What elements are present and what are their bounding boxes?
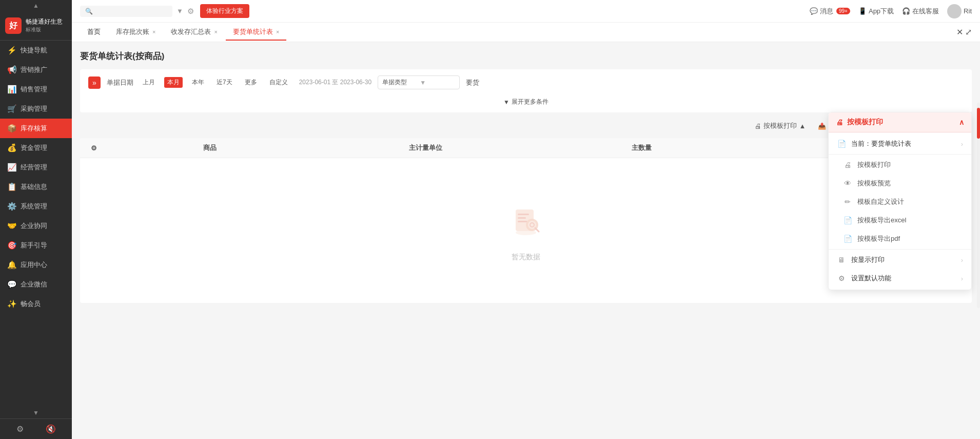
sidebar-scroll-up[interactable]: ▲ <box>0 0 72 11</box>
mute-icon[interactable]: 🔇 <box>46 424 56 434</box>
dropdown-template-design[interactable]: ✏ 模板自定义设计 <box>829 193 971 211</box>
print-btn-label: 按模板打印 <box>763 121 797 130</box>
experience-btn[interactable]: 体验行业方案 <box>200 4 249 18</box>
main-area: 🔍 ▼ ⚙ 体验行业方案 💬 消息 99+ 📱 App下载 🎧 在线客服 Rit <box>72 0 980 439</box>
sidebar-item-collab[interactable]: 🤝 企业协同 <box>0 216 72 236</box>
date-btn-more[interactable]: 更多 <box>242 77 260 88</box>
sidebar-item-finance[interactable]: 💰 资金管理 <box>0 138 72 158</box>
app-download-item[interactable]: 📱 App下载 <box>858 7 894 16</box>
purchase-icon: 🛒 <box>7 104 16 113</box>
date-btn-this-month[interactable]: 本月 <box>164 77 183 88</box>
print-btn[interactable]: 🖨 按模板打印 ▲ <box>751 119 810 132</box>
dropdown-header[interactable]: 🖨 按模板打印 ∧ <box>829 112 971 132</box>
dropdown-header-icons: ∧ <box>959 118 964 126</box>
dropdown-title: 按模板打印 <box>847 118 883 127</box>
app-logo-icon: 好 <box>5 17 22 34</box>
tab-receivable-summary-label: 收发存汇总表 <box>171 27 211 36</box>
expand-more-btn[interactable]: ▼ 展开更多条件 <box>503 98 548 106</box>
user-avatar[interactable]: Rit <box>947 4 972 18</box>
sidebar-item-appstore[interactable]: 🔔 应用中心 <box>0 255 72 275</box>
date-btn-last-month[interactable]: 上月 <box>140 77 158 88</box>
sidebar-scroll-down[interactable]: ▼ <box>0 407 72 418</box>
divider-1 <box>829 154 971 155</box>
tab-home[interactable]: 首页 <box>80 24 108 41</box>
type-select[interactable]: 单据类型 ▼ <box>378 75 460 89</box>
online-service-item[interactable]: 🎧 在线客服 <box>902 7 939 16</box>
expand-more-icon: ▼ <box>503 99 509 106</box>
search-icon: 🔍 <box>85 8 93 15</box>
template-preview-label: 按模板预览 <box>857 179 891 188</box>
date-btn-7days[interactable]: 近7天 <box>213 77 236 88</box>
settings-icon[interactable]: ⚙ <box>16 424 24 434</box>
topbar-right: 💬 消息 99+ 📱 App下载 🎧 在线客服 Rit <box>810 4 972 18</box>
sidebar-item-inventory[interactable]: 📦 库存核算 <box>0 119 72 138</box>
sidebar-item-operation[interactable]: 📈 经营管理 <box>0 158 72 177</box>
sidebar-item-purchase[interactable]: 🛒 采购管理 <box>0 99 72 119</box>
svg-rect-3 <box>518 217 526 219</box>
dropdown-collapse-icon[interactable]: ∧ <box>959 118 964 126</box>
tab-order-stats[interactable]: 要货单统计表 × <box>226 24 286 41</box>
set-default-arrow: › <box>961 275 963 282</box>
app-download-icon: 📱 <box>858 7 867 15</box>
dropdown-set-default[interactable]: ⚙ 设置默认功能 › <box>829 269 971 288</box>
tabbar: 首页 库存批次账 × 收发存汇总表 × 要货单统计表 × ✕ ⤢ <box>72 23 980 42</box>
sidebar-item-quicknav[interactable]: ⚡ 快捷导航 <box>0 41 72 60</box>
sidebar-nav: ⚡ 快捷导航 📢 营销推广 📊 销售管理 🛒 采购管理 📦 库存核算 💰 资金管… <box>0 41 72 407</box>
online-service-label: 在线客服 <box>912 7 939 16</box>
finance-icon: 💰 <box>7 143 16 152</box>
dropdown-current-item[interactable]: 📄 当前：要货单统计表 › <box>829 135 971 153</box>
date-range-text: 2023-06-01 至 2023-06-30 <box>299 78 371 87</box>
template-pdf-label: 按模板导出pdf <box>857 234 900 243</box>
dropdown-display-print[interactable]: 🖥 按显示打印 › <box>829 251 971 269</box>
dropdown-template-pdf[interactable]: 📄 按模板导出pdf <box>829 230 971 248</box>
tab-order-stats-close[interactable]: × <box>276 29 279 35</box>
sidebar-item-system[interactable]: ⚙️ 系统管理 <box>0 197 72 216</box>
tab-receivable-summary-close[interactable]: × <box>214 29 217 35</box>
tab-receivable-summary[interactable]: 收发存汇总表 × <box>164 24 224 41</box>
topbar: 🔍 ▼ ⚙ 体验行业方案 💬 消息 99+ 📱 App下载 🎧 在线客服 Rit <box>72 0 980 23</box>
tab-close-all-btn[interactable]: ✕ <box>956 27 963 37</box>
display-print-label: 按显示打印 <box>851 255 885 264</box>
app-badge: 标准版 <box>26 26 63 33</box>
dropdown-template-preview[interactable]: 👁 按模板预览 <box>829 174 971 193</box>
topbar-search[interactable]: 🔍 <box>80 6 172 17</box>
th-product: 商品 <box>102 143 318 152</box>
tab-inventory-batch[interactable]: 库存批次账 × <box>109 24 163 41</box>
th-gear[interactable]: ⚙ <box>86 144 102 152</box>
sidebar-item-purchase-label: 采购管理 <box>21 104 47 113</box>
sidebar-item-finance-label: 资金管理 <box>21 143 47 152</box>
date-btn-this-year[interactable]: 本年 <box>189 77 207 88</box>
sidebar-logo: 好 畅捷通好生意 标准版 <box>0 11 72 41</box>
filter-expand-btn[interactable]: » <box>88 77 101 89</box>
tab-expand-btn[interactable]: ⤢ <box>965 27 972 37</box>
sidebar-item-sales-label: 销售管理 <box>21 85 47 94</box>
tab-home-label: 首页 <box>87 27 101 36</box>
sidebar-item-member[interactable]: ✨ 畅会员 <box>0 294 72 314</box>
sidebar-item-operation-label: 经营管理 <box>21 163 47 172</box>
sidebar-item-basic[interactable]: 📋 基础信息 <box>0 177 72 197</box>
svg-rect-4 <box>518 221 527 222</box>
tab-inventory-batch-close[interactable]: × <box>152 29 155 35</box>
type-select-label: 单据类型 <box>382 78 418 87</box>
dropdown-template-print[interactable]: 🖨 按模板打印 <box>829 156 971 174</box>
dropdown-template-excel[interactable]: 📄 按模板导出excel <box>829 211 971 230</box>
message-item[interactable]: 💬 消息 99+ <box>810 7 850 16</box>
right-scrollbar[interactable] <box>977 103 980 308</box>
topbar-gear-icon[interactable]: ⚙ <box>187 7 194 16</box>
display-print-icon: 🖥 <box>837 256 846 264</box>
template-design-icon: ✏ <box>843 198 852 206</box>
sidebar-item-newbie[interactable]: 🎯 新手引导 <box>0 236 72 255</box>
template-excel-label: 按模板导出excel <box>857 216 906 225</box>
sidebar-item-basic-label: 基础信息 <box>21 182 47 192</box>
sidebar-item-marketing[interactable]: 📢 营销推广 <box>0 60 72 80</box>
empty-icon <box>505 199 546 247</box>
content-area: 要货单统计表(按商品) » 单据日期 上月 本月 本年 近7天 更多 自定义 2… <box>72 42 980 439</box>
sidebar-item-member-label: 畅会员 <box>21 299 41 309</box>
inventory-icon: 📦 <box>7 124 16 133</box>
sidebar-item-sales[interactable]: 📊 销售管理 <box>0 80 72 99</box>
topbar-chevron-icon[interactable]: ▼ <box>177 7 183 15</box>
date-btn-custom[interactable]: 自定义 <box>266 77 291 88</box>
sidebar-item-wechat[interactable]: 💬 企业微信 <box>0 275 72 294</box>
message-icon: 💬 <box>810 7 818 15</box>
current-item-icon: 📄 <box>837 140 846 148</box>
